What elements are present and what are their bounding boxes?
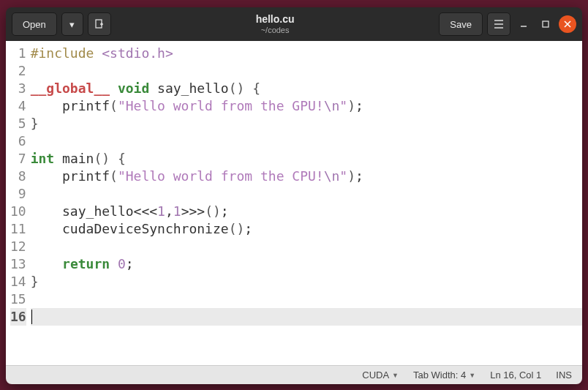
code-line[interactable]: cudaDeviceSynchronize(); xyxy=(31,220,582,238)
line-number: 12 xyxy=(10,238,26,255)
code-line[interactable]: say_hello<<<1,1>>>(); xyxy=(31,203,582,220)
open-button[interactable]: Open xyxy=(12,12,57,36)
editor-window: Open ▾ hello.cu ~/codes Save 12345678910… xyxy=(6,7,582,384)
line-number: 3 xyxy=(10,80,26,97)
line-number: 6 xyxy=(10,132,26,150)
document-title: hello.cu xyxy=(116,14,435,25)
new-tab-button[interactable] xyxy=(88,12,111,36)
close-icon xyxy=(564,20,571,28)
code-line[interactable] xyxy=(31,62,582,80)
code-line[interactable]: printf("Hello world from the CPU!\n"); xyxy=(31,168,582,185)
code-line[interactable] xyxy=(31,238,582,255)
svg-rect-7 xyxy=(543,21,549,27)
line-number: 15 xyxy=(10,290,26,308)
insert-mode[interactable]: INS xyxy=(556,370,572,380)
document-path: ~/codes xyxy=(116,26,435,34)
minimize-icon xyxy=(519,20,528,29)
code-line[interactable] xyxy=(31,290,582,308)
code-line[interactable]: int main() { xyxy=(31,150,582,168)
line-number: 2 xyxy=(10,62,26,80)
language-selector[interactable]: CUDA ▼ xyxy=(362,370,399,380)
close-button[interactable] xyxy=(559,15,576,33)
code-line[interactable]: } xyxy=(31,273,582,290)
maximize-button[interactable] xyxy=(537,15,554,33)
code-line[interactable]: } xyxy=(31,115,582,132)
save-button[interactable]: Save xyxy=(439,12,483,36)
language-label: CUDA xyxy=(362,370,389,380)
code-line[interactable] xyxy=(31,132,582,150)
code-line[interactable] xyxy=(31,308,582,326)
maximize-icon xyxy=(541,20,550,29)
title-area: hello.cu ~/codes xyxy=(116,14,435,34)
statusbar: CUDA ▼ Tab Width: 4 ▼ Ln 16, Col 1 INS xyxy=(6,365,582,384)
chevron-down-icon: ▼ xyxy=(392,372,399,379)
line-number: 7 xyxy=(10,150,26,168)
line-number: 1 xyxy=(10,45,26,62)
minimize-button[interactable] xyxy=(515,15,532,33)
hamburger-menu-button[interactable] xyxy=(487,12,510,36)
line-number-gutter: 12345678910111213141516 xyxy=(6,41,29,365)
hamburger-icon xyxy=(494,20,504,29)
tab-width-selector[interactable]: Tab Width: 4 ▼ xyxy=(413,370,475,380)
line-number: 13 xyxy=(10,255,26,273)
code-line[interactable]: __global__ void say_hello() { xyxy=(31,80,582,97)
code-line[interactable]: #include <stdio.h> xyxy=(31,45,582,62)
open-recent-dropdown[interactable]: ▾ xyxy=(61,12,83,36)
line-number: 10 xyxy=(10,203,26,220)
tab-width-label: Tab Width: 4 xyxy=(413,370,466,380)
line-number: 4 xyxy=(10,97,26,115)
line-number: 5 xyxy=(10,115,26,132)
editor-area[interactable]: 12345678910111213141516 #include <stdio.… xyxy=(6,41,582,365)
code-line[interactable] xyxy=(31,185,582,203)
chevron-down-icon: ▾ xyxy=(69,19,75,30)
titlebar: Open ▾ hello.cu ~/codes Save xyxy=(6,7,582,41)
chevron-down-icon: ▼ xyxy=(469,372,475,379)
line-number: 16 xyxy=(10,308,26,326)
code-line[interactable]: return 0; xyxy=(31,255,582,273)
line-number: 14 xyxy=(10,273,26,290)
line-number: 8 xyxy=(10,168,26,185)
cursor-position[interactable]: Ln 16, Col 1 xyxy=(490,370,541,380)
new-document-icon xyxy=(94,19,105,29)
code-line[interactable]: printf("Hello world from the GPU!\n"); xyxy=(31,97,582,115)
code-content[interactable]: #include <stdio.h>__global__ void say_he… xyxy=(29,41,582,365)
line-number: 11 xyxy=(10,220,26,238)
text-cursor xyxy=(31,310,32,324)
line-number: 9 xyxy=(10,185,26,203)
